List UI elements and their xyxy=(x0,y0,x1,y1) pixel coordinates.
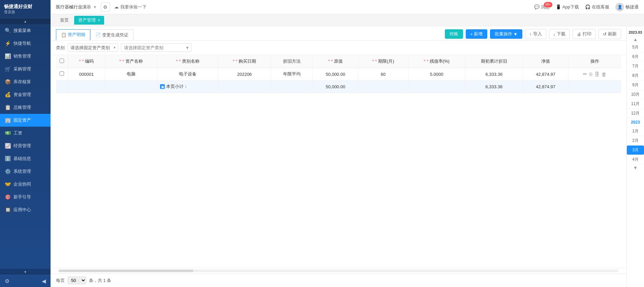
sidebar-item-payroll[interactable]: 💵 工资 xyxy=(0,127,51,139)
experience-button[interactable]: ☁ 我要体验一下 xyxy=(114,4,147,10)
payroll-icon: 💵 xyxy=(5,130,11,136)
cal-month-4[interactable]: 4月 xyxy=(627,155,644,164)
experience-label: 我要体验一下 xyxy=(120,4,147,10)
company-selector[interactable]: 医疗器械行业演示 ▼ xyxy=(56,4,97,10)
cal-month-5[interactable]: 5月 xyxy=(627,43,644,52)
tab-home[interactable]: 首页 xyxy=(56,16,73,25)
edit-icon[interactable]: ✏ xyxy=(583,71,587,77)
cal-year-2023[interactable]: 2023 xyxy=(627,118,644,127)
sidebar-item-label: 系统管理 xyxy=(13,168,31,174)
refresh-icon: ↺ xyxy=(603,32,607,37)
sidebar-item-basic[interactable]: ℹ️ 基础信息 xyxy=(0,152,51,165)
sales-icon: 📊 xyxy=(5,53,11,59)
tab-close-icon[interactable]: × xyxy=(98,18,100,23)
apps-icon: 🔲 xyxy=(5,207,11,213)
sidebar-item-fixed-assets[interactable]: 🏢 固定资产 xyxy=(0,114,51,127)
batch-chevron-icon: ▼ xyxy=(513,32,518,37)
sidebar-item-enterprise[interactable]: 🤝 企业协同 xyxy=(0,178,51,191)
batch-ops-button[interactable]: 批量操作 ▼ xyxy=(490,29,522,39)
sidebar-scroll-down[interactable]: ▼ xyxy=(0,269,51,275)
cloud-icon: ☁ xyxy=(114,4,119,9)
sidebar-scroll-up[interactable]: ▲ xyxy=(0,18,51,24)
category-filter-label: 类别 xyxy=(56,45,65,51)
import-button[interactable]: ↑ 导入 xyxy=(525,29,546,39)
sidebar-item-label: 销售管理 xyxy=(13,53,31,59)
sidebar-item-search[interactable]: 🔍 搜索菜单 xyxy=(0,24,51,37)
horizontal-scrollbar[interactable] xyxy=(51,268,626,274)
sidebar-item-inventory[interactable]: 📦 库存核算 xyxy=(0,75,51,88)
delete-icon[interactable]: 🗑 xyxy=(602,71,607,77)
sidebar-item-label: 固定资产 xyxy=(13,117,31,123)
input-chevron-icon[interactable]: ▼ xyxy=(183,45,191,50)
import-label: 导入 xyxy=(533,31,542,37)
sidebar-item-newbie[interactable]: 🎯 新手引导 xyxy=(0,191,51,203)
archive-icon[interactable]: 🗄 xyxy=(594,71,600,77)
row-checkbox-cell xyxy=(56,68,68,81)
sidebar-item-ledger[interactable]: 📋 总账管理 xyxy=(0,101,51,114)
sidebar-item-label: 企业协同 xyxy=(13,181,31,187)
cal-month-9[interactable]: 9月 xyxy=(627,81,644,90)
tab-label: 资产管理 xyxy=(78,17,96,23)
cal-month-8[interactable]: 8月 xyxy=(627,71,644,81)
cell-code: 000001 xyxy=(68,68,105,81)
sidebar-item-label: 总账管理 xyxy=(13,104,31,110)
online-service-button[interactable]: 🎧 在线客服 xyxy=(585,4,609,10)
sidebar-bottom: ⚙ ◀ xyxy=(0,275,51,287)
calendar-nav: ▲ 5月 6月 7月 8月 9月 10月 11月 12月 2023 1月 2月 … xyxy=(627,36,644,287)
voucher-label: 变更生成凭证 xyxy=(102,32,128,38)
calendar-up-arrow[interactable]: ▲ xyxy=(627,36,644,43)
funds-icon: 💰 xyxy=(5,92,11,98)
category-select[interactable]: 请选择固定资产类别 全部 电子设备 办公家具 机械设备 xyxy=(67,43,118,52)
basic-icon: ℹ️ xyxy=(5,156,11,162)
settings-icon[interactable]: ⚙ xyxy=(5,278,9,284)
download-button[interactable]: ↓ 下载 xyxy=(549,29,570,39)
fixed-assets-icon: 🏢 xyxy=(5,117,11,123)
copy-icon[interactable]: ⎘ xyxy=(589,71,592,77)
sidebar-item-quicknav[interactable]: ⚡ 快捷导航 xyxy=(0,37,51,50)
sidebar-item-system[interactable]: ⚙️ 系统管理 xyxy=(0,165,51,178)
cal-month-6[interactable]: 6月 xyxy=(627,52,644,62)
cal-month-12[interactable]: 12月 xyxy=(627,109,644,118)
inventory-icon: 📦 xyxy=(5,79,11,85)
th-residual-rate: * 残值率(%) xyxy=(408,55,465,68)
page-size-select[interactable]: 50 100 200 xyxy=(67,277,86,284)
sidebar-item-sales[interactable]: 📊 销售管理 xyxy=(0,50,51,63)
user-profile[interactable]: 👤 畅捷通 xyxy=(615,3,639,11)
sidebar-item-label: 应用中心 xyxy=(13,207,31,213)
asset-category-input[interactable] xyxy=(121,44,183,52)
select-all-checkbox[interactable] xyxy=(60,59,64,63)
cal-month-1[interactable]: 1月 xyxy=(627,127,644,136)
avatar: 👤 xyxy=(615,3,624,11)
cell-original-value: 50,000.00 xyxy=(313,68,358,81)
tab-asset-management[interactable]: 资产管理 × xyxy=(74,16,104,25)
sidebar-item-funds[interactable]: 💰 资金管理 xyxy=(0,88,51,101)
tab-voucher[interactable]: 📄 变更生成凭证 xyxy=(90,29,133,40)
company-name: 医疗器械行业演示 xyxy=(56,4,91,10)
calendar-down-arrow[interactable]: ▼ xyxy=(627,164,644,171)
bottom-bar: 每页 50 100 200 条，共 1 条 xyxy=(51,274,626,287)
gear-icon: ⚙ xyxy=(103,4,108,10)
new-button[interactable]: + 新增 xyxy=(466,29,488,39)
app-download-button[interactable]: 📱 App下载 xyxy=(556,4,579,10)
settings-button[interactable]: ⚙ xyxy=(101,2,110,12)
print-button[interactable]: 🖨 打印 xyxy=(573,29,596,39)
cell-actions: ✏ ⎘ 🗄 🗑 xyxy=(569,68,621,81)
reconcile-button[interactable]: 对账 xyxy=(445,29,463,39)
newbie-icon: 🎯 xyxy=(5,194,11,200)
cal-month-7[interactable]: 7月 xyxy=(627,62,644,71)
messages-button[interactable]: 💬 消息 99+ xyxy=(534,4,550,10)
sidebar-item-apps[interactable]: 🔲 应用中心 xyxy=(0,203,51,216)
cal-month-3[interactable]: 3月 xyxy=(627,146,644,155)
collapse-icon[interactable]: ◀ xyxy=(42,278,46,284)
sidebar-item-operations[interactable]: 📈 经营管理 xyxy=(0,139,51,152)
refresh-button[interactable]: ↺ 刷新 xyxy=(599,29,621,39)
right-calendar-panel: 2023.03 ▲ 5月 6月 7月 8月 9月 10月 11月 12月 202… xyxy=(626,26,644,287)
headset-icon: 🎧 xyxy=(585,4,590,9)
row-checkbox[interactable] xyxy=(60,71,64,76)
tab-asset-detail[interactable]: 📋 资产明细 xyxy=(56,29,90,40)
sidebar-item-purchase[interactable]: 🛒 采购管理 xyxy=(0,63,51,75)
cal-month-11[interactable]: 11月 xyxy=(627,99,644,109)
cal-month-2[interactable]: 2月 xyxy=(627,136,644,146)
top-header: 医疗器械行业演示 ▼ ⚙ ☁ 我要体验一下 💬 消息 99+ 📱 App下载 🎧… xyxy=(51,0,644,14)
cal-month-10[interactable]: 10月 xyxy=(627,90,644,99)
